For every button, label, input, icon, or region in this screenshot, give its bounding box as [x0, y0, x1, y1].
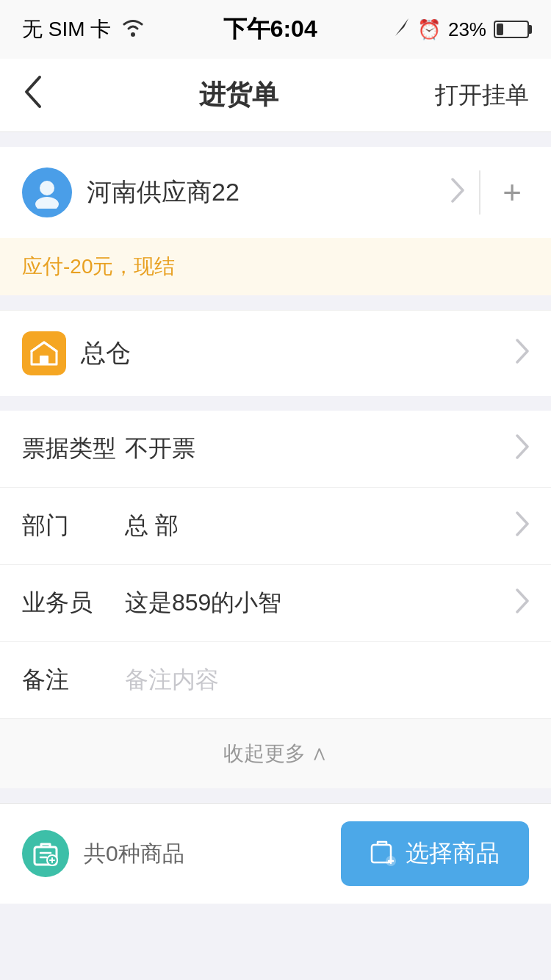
invoice-value: 不开票: [125, 433, 514, 465]
remark-row[interactable]: 备注 备注内容: [0, 642, 551, 718]
section-gap-1: [0, 132, 551, 147]
salesperson-row[interactable]: 业务员 这是859的小智: [0, 565, 551, 642]
battery-percent: 23%: [448, 18, 486, 41]
chevron-right-icon: [450, 178, 464, 208]
svg-point-1: [40, 181, 54, 195]
warehouse-section: 总仓: [0, 310, 551, 396]
battery-icon: [494, 21, 529, 38]
select-btn-label: 选择商品: [406, 837, 500, 870]
supplier-section: 河南供应商22 + 应付-20元，现结: [0, 147, 551, 295]
invoice-chevron-icon: [514, 434, 529, 464]
svg-point-0: [131, 32, 135, 37]
notice-text: 应付-20元，现结: [22, 255, 175, 278]
supplier-divider: [479, 170, 480, 215]
supplier-row[interactable]: 河南供应商22 +: [0, 147, 551, 238]
invoice-label: 票据类型: [22, 433, 125, 465]
bottom-bar: 共0种商品 选择商品: [0, 803, 551, 904]
carrier-label: 无 SIM 卡: [22, 15, 111, 43]
salesperson-value: 这是859的小智: [125, 587, 514, 619]
add-supplier-button[interactable]: +: [495, 174, 529, 211]
wifi-icon: [120, 17, 146, 43]
collapse-button[interactable]: 收起更多 ∧: [0, 718, 551, 788]
warehouse-name: 总仓: [81, 336, 514, 370]
select-products-button[interactable]: 选择商品: [341, 821, 529, 886]
gps-icon: [394, 17, 410, 43]
status-time: 下午6:04: [223, 13, 317, 46]
salesperson-label: 业务员: [22, 587, 125, 619]
status-right: ⏰ 23%: [394, 17, 529, 43]
back-button[interactable]: [22, 74, 43, 116]
dept-row[interactable]: 部门 总 部: [0, 488, 551, 565]
status-left: 无 SIM 卡: [22, 15, 146, 43]
salesperson-chevron-icon: [514, 588, 529, 619]
svg-rect-4: [40, 356, 48, 364]
invoice-row[interactable]: 票据类型 不开票: [0, 411, 551, 488]
svg-point-2: [35, 197, 59, 209]
product-count: 共0种商品: [84, 839, 184, 869]
warehouse-icon: [22, 331, 66, 375]
remark-input[interactable]: 备注内容: [125, 664, 529, 696]
nav-bar: 进货单 打开挂单: [0, 59, 551, 132]
products-info: 共0种商品: [22, 830, 184, 877]
notice-banner: 应付-20元，现结: [0, 238, 551, 295]
page-title: 进货单: [199, 77, 278, 113]
page-background: [0, 904, 551, 980]
product-icon-wrap: [22, 830, 69, 877]
alarm-icon: ⏰: [417, 18, 441, 41]
warehouse-chevron-icon: [514, 339, 529, 369]
supplier-name: 河南供应商22: [87, 176, 450, 209]
form-section: 票据类型 不开票 部门 总 部 业务员 这是859的小智 备注 备注内容: [0, 411, 551, 718]
status-bar: 无 SIM 卡 下午6:04 ⏰ 23%: [0, 0, 551, 59]
open-pending-button[interactable]: 打开挂单: [435, 79, 529, 112]
remark-label: 备注: [22, 664, 125, 696]
warehouse-row[interactable]: 总仓: [0, 310, 551, 396]
supplier-avatar: [22, 167, 72, 217]
dept-chevron-icon: [514, 511, 529, 541]
dept-label: 部门: [22, 510, 125, 542]
section-gap-2: [0, 295, 551, 310]
dept-value: 总 部: [125, 510, 514, 542]
